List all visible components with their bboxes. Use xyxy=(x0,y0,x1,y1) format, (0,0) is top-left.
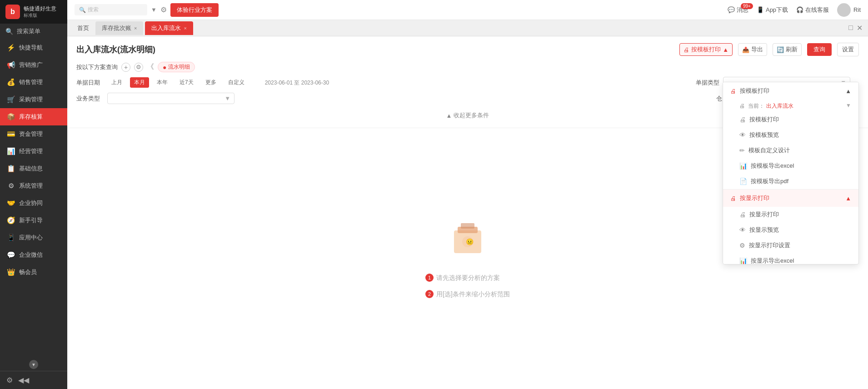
display-print-icon: 🖨 xyxy=(739,211,746,218)
tab-flow-water-close[interactable]: × xyxy=(184,25,186,31)
sidebar-item-wechat[interactable]: 💬 企业微信 xyxy=(0,246,67,264)
refresh-button[interactable]: 🔄 刷新 xyxy=(773,43,802,56)
display-preview-item[interactable]: 👁 按显示预览 xyxy=(723,222,858,238)
operations-icon: 📊 xyxy=(6,147,15,155)
collapse-button[interactable]: ▲ 收起更多条件 xyxy=(446,111,489,120)
date-btn-custom[interactable]: 自定义 xyxy=(224,77,249,88)
tabs-right-actions: □ ✕ xyxy=(848,24,863,32)
display-settings-icon: ⚙ xyxy=(739,242,745,249)
template-export-excel-item[interactable]: 📊 按模板导出excel xyxy=(723,158,858,174)
date-btn-last-month[interactable]: 上月 xyxy=(107,77,126,88)
biz-type-arrow: ▼ xyxy=(224,95,230,102)
sidebar-item-apps[interactable]: 📱 应用中心 xyxy=(0,229,67,246)
sidebar-item-basic[interactable]: 📋 基础信息 xyxy=(0,160,67,177)
footer-collapse-icon[interactable]: ◀◀ xyxy=(18,376,29,384)
collapse-up-icon: ▲ xyxy=(446,112,452,119)
query-button[interactable]: 查询 xyxy=(807,43,832,56)
sidebar-item-quick-nav[interactable]: ⚡ 快捷导航 xyxy=(0,39,67,56)
sidebar-item-enterprise[interactable]: 🤝 企业协同 xyxy=(0,194,67,212)
current-expand-icon[interactable]: ▼ xyxy=(846,102,851,109)
close-window-icon[interactable]: ✕ xyxy=(857,24,863,32)
current-template-label: 🖨 当前： 出入库流水 ▼ xyxy=(723,100,858,112)
main-area: 🔍 搜索 ▼ ⚙ 体验行业方案 💬 消息 99+ 📱 App下载 🎧 在线客服 xyxy=(67,0,868,389)
chevron-up-icon: ▲ xyxy=(723,46,728,53)
phone-icon: 📱 xyxy=(757,6,764,13)
template-export-pdf-item[interactable]: 📄 按模板导出pdf xyxy=(723,174,858,189)
date-btn-more[interactable]: 更多 xyxy=(201,77,220,88)
refresh-icon: 🔄 xyxy=(777,46,784,53)
svg-text:😐: 😐 xyxy=(466,238,474,246)
dropdown-panel: 🖨 按模板打印 ▲ 🖨 当前： 出入库流水 ▼ 🖨 按模板打印 👁 xyxy=(723,82,859,264)
sidebar-item-system[interactable]: ⚙ 系统管理 xyxy=(0,177,67,194)
topbar-right: 💬 消息 99+ 📱 App下载 🎧 在线客服 Rit xyxy=(728,3,861,17)
guide-icon: 🧭 xyxy=(6,216,15,224)
date-btn-this-month[interactable]: 本月 xyxy=(130,77,149,88)
finance-icon: 💳 xyxy=(6,130,15,138)
filter-add-button[interactable]: + xyxy=(121,63,130,72)
app-download-button[interactable]: 📱 App下载 xyxy=(757,6,788,14)
template-print-section-header[interactable]: 🖨 按模板打印 ▲ xyxy=(723,82,858,100)
template-preview-item[interactable]: 👁 按模板预览 xyxy=(723,127,858,143)
user-profile[interactable]: Rit xyxy=(837,3,861,17)
customer-service-button[interactable]: 🎧 在线客服 xyxy=(796,6,829,14)
printer-section-icon: 🖨 xyxy=(730,88,736,95)
page-actions: 🖨 按模板打印 ▲ 📤 导出 🔄 刷新 查询 设置 xyxy=(679,43,859,56)
message-icon: 💬 xyxy=(728,6,735,13)
tab-inventory-batch[interactable]: 库存批次账 × xyxy=(95,21,143,35)
sidebar-item-purchase[interactable]: 🛒 采购管理 xyxy=(0,91,67,108)
tab-home[interactable]: 首页 xyxy=(73,21,94,35)
date-range-display: 2023-06-01 至 2023-06-30 xyxy=(265,79,329,87)
excel-item-icon: 📊 xyxy=(739,162,747,170)
footer-settings-icon[interactable]: ⚙ xyxy=(6,376,13,384)
export-icon: 📤 xyxy=(742,46,749,53)
inventory-icon: 📦 xyxy=(6,113,15,121)
sidebar-item-guide[interactable]: 🧭 新手引导 xyxy=(0,212,67,229)
filter-setting-button[interactable]: ⚙ xyxy=(134,63,143,72)
maximize-icon[interactable]: □ xyxy=(848,24,853,32)
biz-type-select[interactable]: ▼ xyxy=(107,93,234,104)
purchase-icon: 🛒 xyxy=(6,95,15,104)
date-btn-this-year[interactable]: 本年 xyxy=(153,77,172,88)
sidebar-item-finance[interactable]: 💳 资金管理 xyxy=(0,125,67,143)
page-content: 出入库流水(流水明细) 🖨 按模板打印 ▲ 📤 导出 🔄 刷新 查询 设置 xyxy=(67,36,868,389)
display-print-section-header[interactable]: 🖨 按显示打印 ▲ xyxy=(723,190,858,207)
topbar-search-box[interactable]: 🔍 搜索 xyxy=(75,4,147,15)
template-print-button[interactable]: 🖨 按模板打印 ▲ xyxy=(679,43,733,56)
topbar-dropdown-arrow[interactable]: ▼ xyxy=(151,6,157,13)
sidebar-item-sales[interactable]: 💰 销售管理 xyxy=(0,74,67,91)
sidebar-item-inventory[interactable]: 📦 库存核算 xyxy=(0,108,67,125)
sidebar-item-vip[interactable]: 👑 畅会员 xyxy=(0,264,67,281)
empty-text: 1 请先选择要分析的方案 2 用[选]条件来缩小分析范围 xyxy=(425,271,510,300)
messages-button[interactable]: 💬 消息 99+ xyxy=(728,6,748,14)
sidebar-item-operations[interactable]: 📊 经营管理 xyxy=(0,143,67,160)
customize-item-icon: ✏ xyxy=(739,147,745,154)
sidebar-item-marketing[interactable]: 📢 营销推广 xyxy=(0,56,67,74)
tab-flow-water[interactable]: 出入库流水 × xyxy=(145,21,193,35)
industry-button[interactable]: 体验行业方案 xyxy=(170,3,219,17)
sidebar-logo: b 畅捷通好生意 标准版 xyxy=(0,0,67,24)
template-customize-item[interactable]: ✏ 模板自定义设计 xyxy=(723,143,858,158)
tab-inventory-batch-close[interactable]: × xyxy=(134,25,137,31)
sidebar: b 畅捷通好生意 标准版 🔍 搜索菜单 ⚡ 快捷导航 📢 营销推广 💰 销售管理… xyxy=(0,0,67,389)
date-btn-7days[interactable]: 近7天 xyxy=(175,77,198,88)
sidebar-search[interactable]: 🔍 搜索菜单 xyxy=(0,24,67,39)
sidebar-scroll-down[interactable]: ▼ xyxy=(29,360,38,369)
section-collapse-icon: ▲ xyxy=(845,88,851,95)
settings-button[interactable]: 设置 xyxy=(837,43,859,56)
app-logo-icon: b xyxy=(5,5,20,19)
user-avatar xyxy=(837,3,851,17)
display-section-collapse-icon: ▲ xyxy=(845,195,851,202)
basic-icon: 📋 xyxy=(6,165,15,173)
display-print-item[interactable]: 🖨 按显示打印 xyxy=(723,207,858,222)
topbar-gear-icon[interactable]: ⚙ xyxy=(160,5,167,14)
template-print-item[interactable]: 🖨 按模板打印 xyxy=(723,112,858,127)
empty-step1: 1 请先选择要分析的方案 xyxy=(425,271,510,284)
display-print-settings-item[interactable]: ⚙ 按显示打印设置 xyxy=(723,238,858,253)
display-export-excel-item[interactable]: 📊 按显示导出excel xyxy=(723,253,858,264)
wechat-icon: 💬 xyxy=(6,251,15,259)
filter-collapse-button[interactable]: 《 xyxy=(147,62,154,72)
pdf-item-icon: 📄 xyxy=(739,178,747,185)
export-button[interactable]: 📤 导出 xyxy=(738,43,767,56)
display-excel-icon: 📊 xyxy=(739,257,747,264)
print-item-icon: 🖨 xyxy=(739,116,746,123)
